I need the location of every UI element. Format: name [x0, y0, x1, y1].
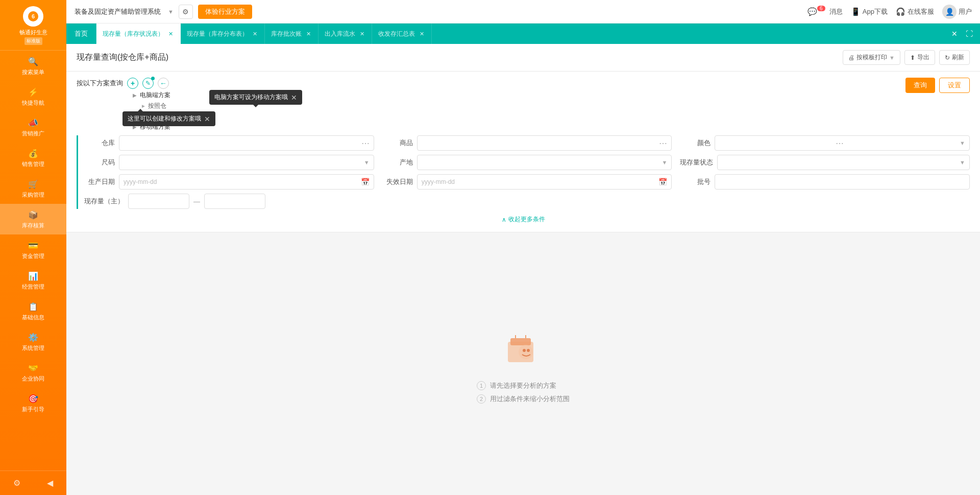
- print-button[interactable]: 🖨 按模板打印 ▼: [843, 50, 900, 65]
- sidebar-item-marketing[interactable]: 📣 营销推广: [0, 112, 66, 143]
- settings-button[interactable]: 设置: [939, 78, 970, 93]
- sidebar-item-system[interactable]: ⚙️ 系统管理: [0, 326, 66, 357]
- filter-fields-container: 仓库 ⋯ 商品 ⋯ 颜色 ⋯: [77, 135, 970, 209]
- user-action[interactable]: 👤 用户: [942, 5, 972, 19]
- search-button[interactable]: 查询: [905, 78, 935, 93]
- sidebar-item-basic-info[interactable]: 📋 基础信息: [0, 296, 66, 326]
- enterprise-icon: 🤝: [28, 362, 39, 373]
- tip-num-2: 2: [477, 394, 486, 404]
- tab-inventory-dist-label: 现存量（库存分布表）: [187, 30, 248, 38]
- print-label: 按模板打印: [856, 53, 887, 62]
- filter-top-row: 按以下方案查询 + ✎ ← 电脑方案可设为移动方案哦 ✕: [77, 78, 970, 89]
- collapse-filter-btn[interactable]: ∧ 收起更多条件: [77, 213, 970, 226]
- product-label: 商品: [382, 138, 413, 148]
- notification-count: 6: [817, 6, 825, 11]
- tooltip2-close-btn[interactable]: ✕: [204, 115, 210, 123]
- tab-inventory-dist-close[interactable]: ✕: [251, 30, 258, 37]
- user-label: 用户: [959, 7, 972, 16]
- size-arrow-icon: ▼: [364, 159, 370, 166]
- tooltip1-close-btn[interactable]: ✕: [291, 93, 297, 102]
- basic-info-icon: 📋: [28, 301, 39, 312]
- exp-date-start-placeholder: yyyy-mm-dd: [422, 178, 455, 185]
- scheme-mobile[interactable]: ▶ 移动端方案: [133, 123, 970, 131]
- online-support-label: 在线客服: [908, 7, 934, 16]
- batch-input[interactable]: [715, 174, 970, 190]
- tab-inventory-status-label: 现存量（库存状况表）: [103, 30, 164, 38]
- experience-button[interactable]: 体验行业方案: [198, 5, 252, 19]
- sidebar-item-operations[interactable]: 📊 经营管理: [0, 265, 66, 296]
- gear-button[interactable]: ⚙: [179, 5, 193, 19]
- exp-date-start-input[interactable]: yyyy-mm-dd 📅: [417, 174, 672, 190]
- exp-date-calendar-icon[interactable]: 📅: [658, 178, 667, 186]
- tooltip1-text: 电脑方案可设为移动方案哦: [214, 93, 288, 102]
- origin-label: 产地: [382, 158, 413, 167]
- tab-inventory-status[interactable]: 现存量（库存状况表） ✕: [96, 23, 181, 44]
- filter-add-scheme-btn[interactable]: +: [127, 78, 138, 89]
- warehouse-dots[interactable]: ⋯: [361, 138, 370, 148]
- stock-qty-min-input[interactable]: [128, 194, 189, 209]
- notification-action[interactable]: 💬 6 消息: [807, 7, 843, 16]
- svg-rect-3: [510, 338, 531, 345]
- tab-home[interactable]: 首页: [66, 23, 96, 44]
- collapse-sidebar-btn[interactable]: ◀: [43, 476, 57, 490]
- settings-btn[interactable]: ⚙: [9, 476, 24, 490]
- color-dots[interactable]: ⋯: [836, 138, 844, 148]
- app-download-action[interactable]: 📱 App下载: [851, 7, 888, 16]
- sidebar-item-guide[interactable]: 🎯 新手引导: [0, 388, 66, 418]
- tip-text-1: 请先选择要分析的方案: [490, 381, 556, 390]
- operations-label: 经营管理: [22, 283, 44, 291]
- sidebar-item-enterprise[interactable]: 🤝 企业协同: [0, 357, 66, 388]
- sidebar-item-search-menu[interactable]: 🔍 搜索菜单: [0, 51, 66, 81]
- filter-edit-scheme-btn[interactable]: ✎: [142, 78, 154, 89]
- sidebar-item-inventory[interactable]: 📦 库存核算: [0, 204, 66, 234]
- empty-state: 1 请先选择要分析的方案 2 用过滤条件来缩小分析范围: [477, 324, 570, 404]
- sidebar-item-purchase[interactable]: 🛒 采购管理: [0, 173, 66, 204]
- online-support-action[interactable]: 🎧 在线客服: [896, 7, 934, 16]
- tab-batch-ledger[interactable]: 库存批次账 ✕: [265, 23, 318, 44]
- empty-tip-2: 2 用过滤条件来缩小分析范围: [477, 394, 570, 404]
- size-select[interactable]: ▼: [119, 155, 374, 170]
- sales-label: 销售管理: [22, 160, 44, 168]
- page-title: 现存量查询(按仓库+商品): [77, 52, 168, 63]
- product-select[interactable]: ⋯: [417, 135, 672, 151]
- filter-scheme-arrow-btn[interactable]: ←: [158, 78, 169, 89]
- stock-qty-max-input[interactable]: [204, 194, 265, 209]
- sidebar-item-sales[interactable]: 💰 销售管理: [0, 143, 66, 173]
- origin-select[interactable]: ▼: [417, 155, 672, 170]
- tab-batch-ledger-close[interactable]: ✕: [305, 30, 312, 37]
- system-icon: ⚙️: [28, 332, 39, 343]
- color-select[interactable]: ⋯ ▼: [715, 135, 970, 151]
- basic-info-label: 基础信息: [22, 314, 44, 321]
- mfg-date-start-input[interactable]: yyyy-mm-dd 📅: [119, 174, 374, 190]
- notification-icon: 💬: [807, 7, 817, 16]
- stock-status-select[interactable]: ▼: [717, 155, 970, 170]
- warehouse-select[interactable]: ⋯: [119, 135, 374, 151]
- quick-nav-label: 快捷导航: [22, 99, 44, 107]
- tab-fullscreen-icon[interactable]: ⛶: [964, 28, 975, 40]
- sidebar-item-finance[interactable]: 💳 资金管理: [0, 234, 66, 265]
- tab-io-flow-close[interactable]: ✕: [358, 30, 365, 37]
- edit-icon: ✎: [145, 80, 151, 87]
- filter-origin-row: 产地 ▼: [382, 155, 672, 170]
- tab-io-flow[interactable]: 出入库流水 ✕: [318, 23, 372, 44]
- export-button[interactable]: ⬆ 导出: [904, 50, 935, 65]
- tab-inventory-status-close[interactable]: ✕: [167, 30, 174, 37]
- tab-receive-send-close[interactable]: ✕: [418, 30, 425, 37]
- refresh-icon: ↻: [945, 54, 950, 61]
- tab-inventory-dist[interactable]: 现存量（库存分布表） ✕: [181, 23, 265, 44]
- filter-product-row: 商品 ⋯: [382, 135, 672, 151]
- product-dots[interactable]: ⋯: [659, 138, 667, 148]
- enterprise-label: 企业协同: [22, 375, 44, 383]
- search-menu-icon: 🔍: [28, 56, 39, 67]
- main-content: 装备及固定资产辅助管理系统 ▼ ⚙ 体验行业方案 💬 6 消息 📱 App下载 …: [66, 0, 980, 495]
- mfg-date-label: 生产日期: [84, 177, 115, 186]
- origin-arrow-icon: ▼: [662, 159, 667, 166]
- tab-close-all-icon[interactable]: ✕: [949, 28, 960, 40]
- tab-receive-send[interactable]: 收发存汇总表 ✕: [372, 23, 432, 44]
- mfg-date-calendar-icon[interactable]: 📅: [361, 178, 370, 186]
- sidebar-item-quick-nav[interactable]: ⚡ 快捷导航: [0, 81, 66, 112]
- tip-num-1: 1: [477, 381, 486, 390]
- refresh-button[interactable]: ↻ 刷新: [939, 50, 970, 65]
- filter-row4: 现存量（主） —: [84, 194, 970, 209]
- sales-icon: 💰: [28, 148, 39, 159]
